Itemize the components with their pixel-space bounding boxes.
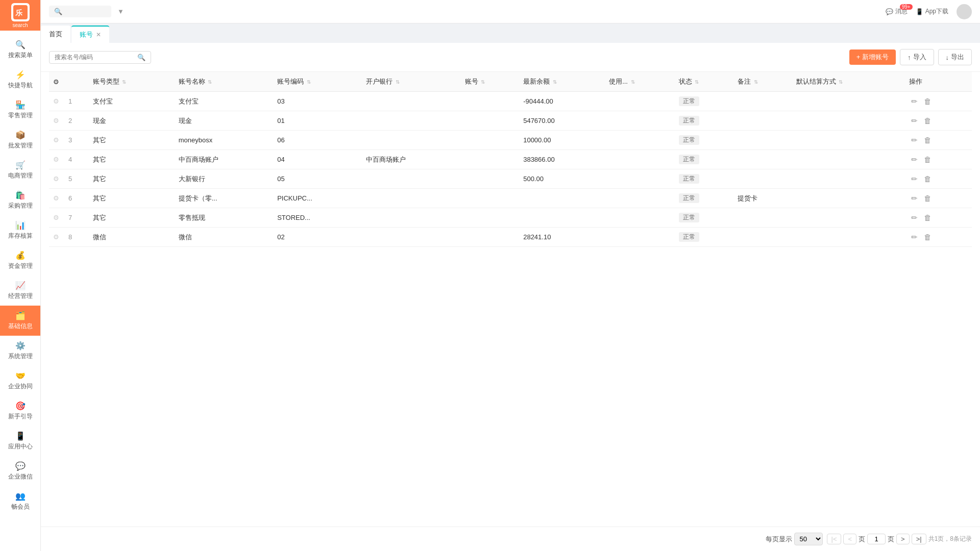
row-config-6[interactable]: ⚙ <box>49 208 64 228</box>
sidebar-item-operation[interactable]: 📈经营管理 <box>0 276 40 306</box>
tab-close-account[interactable]: ✕ <box>96 31 101 38</box>
row-usage-3 <box>605 150 675 169</box>
row-delete-button-1[interactable]: 🗑 <box>922 116 934 125</box>
sidebar-icon-guide: 🎯 <box>15 401 26 411</box>
row-delete-button-4[interactable]: 🗑 <box>922 174 934 183</box>
row-edit-button-1[interactable]: ✏ <box>909 116 920 126</box>
row-config-5[interactable]: ⚙ <box>49 189 64 208</box>
row-config-1[interactable]: ⚙ <box>49 111 64 131</box>
row-type-6: 其它 <box>89 208 175 228</box>
export-button[interactable]: ↓ 导出 <box>938 49 972 65</box>
topbar-search[interactable]: 🔍 <box>49 6 111 17</box>
th-account[interactable]: 账号 ⇅ <box>461 72 519 92</box>
row-account-4 <box>461 169 519 189</box>
row-name-2: moneybosx <box>175 131 273 150</box>
row-config-4[interactable]: ⚙ <box>49 169 64 189</box>
row-config-2[interactable]: ⚙ <box>49 131 64 150</box>
row-edit-button-6[interactable]: ✏ <box>909 213 920 222</box>
tab-account[interactable]: 账号✕ <box>71 26 109 43</box>
row-edit-button-3[interactable]: ✏ <box>909 155 920 164</box>
row-action-3: ✏ 🗑 <box>905 150 972 169</box>
row-config-7[interactable]: ⚙ <box>49 228 64 247</box>
row-settlement-0 <box>792 92 905 111</box>
logo: 乐 search <box>0 0 40 31</box>
toolbar-left: 🔍 <box>49 51 151 64</box>
sidebar-item-agreement[interactable]: 🤝企业协同 <box>0 366 40 396</box>
th-settlement[interactable]: 默认结算方式 ⇅ <box>792 72 905 92</box>
app-download-button[interactable]: 📱 App下载 <box>916 7 948 16</box>
sidebar-item-member[interactable]: 👥畅会员 <box>0 486 40 516</box>
tab-home[interactable]: 首页 <box>41 26 70 43</box>
topbar-dropdown-icon[interactable]: ▼ <box>117 8 124 15</box>
row-type-1: 现金 <box>89 111 175 131</box>
page-next-button[interactable]: > <box>896 534 910 544</box>
sidebar-item-finance[interactable]: 💰资金管理 <box>0 245 40 276</box>
add-account-button[interactable]: + 新增账号 <box>849 49 896 65</box>
th-code[interactable]: 账号编码 ⇅ <box>273 72 362 92</box>
page-size-select[interactable]: 50 100 <box>794 533 823 545</box>
sidebar-item-ecommerce[interactable]: 🛒电商管理 <box>0 155 40 185</box>
row-settlement-4 <box>792 169 905 189</box>
sidebar-item-inventory[interactable]: 📊库存核算 <box>0 215 40 245</box>
search-input[interactable] <box>55 54 134 61</box>
page-prev-button[interactable]: < <box>843 534 856 544</box>
sidebar-item-wechat[interactable]: 💬企业微信 <box>0 456 40 486</box>
th-remark[interactable]: 备注 ⇅ <box>733 72 792 92</box>
sidebar-item-system[interactable]: ⚙️系统管理 <box>0 336 40 366</box>
search-box[interactable]: 🔍 <box>49 51 151 64</box>
th-usage[interactable]: 使用... ⇅ <box>605 72 675 92</box>
page-number-input[interactable]: 1 <box>867 534 886 544</box>
sidebar-item-retail[interactable]: 🏪零售管理 <box>0 95 40 125</box>
row-delete-button-7[interactable]: 🗑 <box>922 233 934 241</box>
th-balance[interactable]: 最新余额 ⇅ <box>519 72 605 92</box>
sidebar-item-search[interactable]: 🔍搜索菜单 <box>0 35 40 65</box>
th-name[interactable]: 账号名称 ⇅ <box>175 72 273 92</box>
message-badge: 99+ <box>900 4 913 10</box>
svg-text:乐: 乐 <box>15 9 22 17</box>
row-delete-button-2[interactable]: 🗑 <box>922 136 934 144</box>
sidebar-item-appstore[interactable]: 📱应用中心 <box>0 426 40 456</box>
row-edit-button-2[interactable]: ✏ <box>909 136 920 145</box>
row-type-7: 微信 <box>89 228 175 247</box>
row-delete-button-5[interactable]: 🗑 <box>922 194 934 203</box>
import-button[interactable]: ↑ 导入 <box>900 49 934 65</box>
row-bank-4 <box>362 169 460 189</box>
row-edit-button-7[interactable]: ✏ <box>909 233 920 242</box>
sidebar-item-shortcut[interactable]: ⚡快捷导航 <box>0 65 40 95</box>
logo-text: search <box>12 22 28 28</box>
topbar-search-input[interactable] <box>65 8 106 15</box>
page-last-button[interactable]: >| <box>912 534 926 544</box>
row-status-5: 正常 <box>675 189 733 208</box>
row-delete-button-3[interactable]: 🗑 <box>922 155 934 164</box>
th-type[interactable]: 账号类型 ⇅ <box>89 72 175 92</box>
th-status[interactable]: 状态 ⇅ <box>675 72 733 92</box>
row-config-0[interactable]: ⚙ <box>49 92 64 111</box>
page-first-button[interactable]: |< <box>827 534 842 544</box>
sidebar-item-purchase[interactable]: 🛍️采购管理 <box>0 185 40 215</box>
row-account-1 <box>461 111 519 131</box>
row-remark-4 <box>733 169 792 189</box>
row-balance-5 <box>519 189 605 208</box>
sidebar-icon-basic: 🗂️ <box>15 311 26 320</box>
user-avatar[interactable] <box>957 4 972 19</box>
table-row: ⚙ 6 其它 提货卡（零... PICKUPC... 正常 提货卡 ✏ 🗑 <box>49 189 972 208</box>
row-remark-5: 提货卡 <box>733 189 792 208</box>
row-edit-button-5[interactable]: ✏ <box>909 194 920 203</box>
sidebar-item-guide[interactable]: 🎯新手引导 <box>0 396 40 426</box>
sidebar-item-basic[interactable]: 🗂️基础信息 <box>0 306 40 336</box>
message-button[interactable]: 💬 消息 99+ <box>886 7 908 16</box>
row-status-3: 正常 <box>675 150 733 169</box>
search-icon[interactable]: 🔍 <box>137 54 145 61</box>
row-settlement-5 <box>792 189 905 208</box>
row-status-2: 正常 <box>675 131 733 150</box>
app-download-label: App下载 <box>925 7 948 16</box>
row-delete-button-0[interactable]: 🗑 <box>922 97 934 106</box>
row-edit-button-4[interactable]: ✏ <box>909 174 920 184</box>
sidebar-item-wholesale[interactable]: 📦批发管理 <box>0 125 40 155</box>
row-delete-button-6[interactable]: 🗑 <box>922 213 934 222</box>
row-edit-button-0[interactable]: ✏ <box>909 97 920 106</box>
th-config[interactable]: ⚙ <box>49 72 64 92</box>
row-config-3[interactable]: ⚙ <box>49 150 64 169</box>
row-usage-6 <box>605 208 675 228</box>
th-bank[interactable]: 开户银行 ⇅ <box>362 72 460 92</box>
